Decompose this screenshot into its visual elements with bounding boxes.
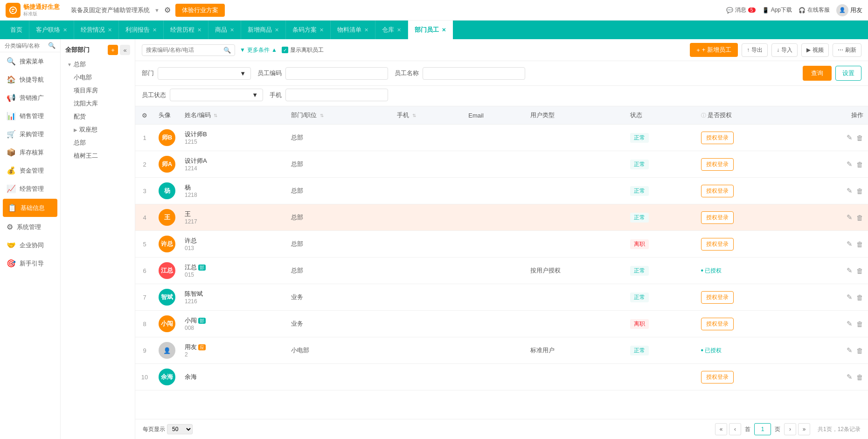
tab-history[interactable]: 经营历程 ✕ bbox=[164, 21, 208, 39]
delete-icon[interactable]: 🗑 bbox=[856, 267, 863, 275]
tab-customer[interactable]: 客户联络 ✕ bbox=[29, 21, 74, 39]
set-button[interactable]: 设置 bbox=[835, 66, 861, 81]
tab-goods[interactable]: 商品 ✕ bbox=[208, 21, 241, 39]
phone-input[interactable] bbox=[285, 89, 388, 101]
query-button[interactable]: 查询 bbox=[803, 66, 832, 81]
delete-icon[interactable]: 🗑 bbox=[856, 293, 863, 301]
tab-bom[interactable]: 物料清单 ✕ bbox=[331, 21, 375, 39]
dept-node-proj-store[interactable]: 项目库房 bbox=[67, 84, 135, 97]
first-page-btn[interactable]: « bbox=[715, 423, 727, 435]
tab-home[interactable]: 首页 bbox=[4, 21, 29, 39]
edit-icon[interactable]: ✎ bbox=[847, 266, 853, 275]
edit-icon[interactable]: ✎ bbox=[847, 133, 853, 142]
tab-barcode[interactable]: 条码方案 ✕ bbox=[286, 21, 331, 39]
last-page-btn[interactable]: » bbox=[798, 423, 810, 435]
col-dept[interactable]: 部门/职位 ⇅ bbox=[286, 106, 393, 125]
auth-button[interactable]: 授权登录 bbox=[701, 318, 734, 330]
tab-barcode-close[interactable]: ✕ bbox=[319, 27, 324, 33]
page-size-select[interactable]: 50 100 200 bbox=[167, 424, 193, 434]
tab-new-goods-close[interactable]: ✕ bbox=[275, 27, 279, 33]
dept-node-delivery[interactable]: 配货 bbox=[67, 110, 135, 123]
auth-button[interactable]: 授权登录 bbox=[701, 211, 734, 224]
prev-page-btn[interactable]: ‹ bbox=[729, 423, 741, 435]
sidebar-search-icon[interactable]: 🔍 bbox=[48, 42, 56, 49]
delete-icon[interactable]: 🗑 bbox=[856, 320, 863, 328]
tab-bom-close[interactable]: ✕ bbox=[364, 27, 368, 33]
sidebar-search-input[interactable] bbox=[5, 42, 45, 49]
resigned-checkbox[interactable]: ✓ bbox=[282, 47, 288, 53]
sidebar-item-ops[interactable]: 📈 经营管理 bbox=[0, 180, 60, 198]
delete-icon[interactable]: 🗑 bbox=[856, 134, 863, 142]
sidebar-item-collab[interactable]: 🤝 企业协同 bbox=[0, 236, 60, 254]
sidebar-item-purchase[interactable]: 🛒 采购管理 bbox=[0, 125, 60, 143]
delete-icon[interactable]: 🗑 bbox=[856, 214, 863, 222]
sidebar-item-system[interactable]: ⚙ 系统管理 bbox=[0, 218, 60, 236]
sidebar-item-sales[interactable]: 📊 销售管理 bbox=[0, 107, 60, 125]
sidebar-item-search[interactable]: 🔍 搜索菜单 bbox=[0, 52, 60, 70]
dept-add-icon[interactable]: + bbox=[108, 45, 118, 55]
next-page-btn[interactable]: › bbox=[784, 423, 796, 435]
dept-node-hq[interactable]: 总部 bbox=[67, 136, 135, 149]
auth-button[interactable]: 授权登录 bbox=[701, 371, 734, 383]
dept-node-shuangzuo[interactable]: ▶ 双座想 bbox=[67, 123, 135, 136]
tab-warehouse[interactable]: 仓库 ✕ bbox=[375, 21, 408, 39]
tab-new-goods[interactable]: 新增商品 ✕ bbox=[241, 21, 286, 39]
delete-icon[interactable]: 🗑 bbox=[856, 347, 863, 355]
edit-icon[interactable]: ✎ bbox=[847, 160, 853, 168]
auth-button[interactable]: 授权登录 bbox=[701, 185, 734, 197]
dept-filter-select[interactable]: ▼ bbox=[158, 67, 251, 80]
user-area[interactable]: 👤 用友 bbox=[836, 4, 862, 16]
more-button[interactable]: ⋯ 刷新 bbox=[833, 43, 861, 57]
delete-icon[interactable]: 🗑 bbox=[856, 187, 863, 195]
import-button[interactable]: ↓ 导入 bbox=[771, 43, 798, 57]
edit-icon[interactable]: ✎ bbox=[847, 293, 853, 301]
message-btn[interactable]: 💬 消息 5 bbox=[726, 6, 756, 14]
col-name[interactable]: 姓名/编码 ⇅ bbox=[180, 106, 286, 125]
tab-goods-close[interactable]: ✕ bbox=[230, 27, 234, 33]
dept-node-headquarter-root[interactable]: ▼ 总部 bbox=[61, 58, 135, 71]
col-settings[interactable]: ⚙ bbox=[135, 106, 154, 125]
page-input[interactable] bbox=[754, 423, 771, 435]
online-service-btn[interactable]: 🎧 在线客服 bbox=[799, 6, 830, 14]
auth-button[interactable]: 授权登录 bbox=[701, 238, 734, 251]
sidebar-item-marketing[interactable]: 📢 营销推广 bbox=[0, 89, 60, 107]
tab-warehouse-close[interactable]: ✕ bbox=[397, 27, 401, 33]
dept-collapse-icon[interactable]: « bbox=[120, 45, 130, 55]
tab-customer-close[interactable]: ✕ bbox=[63, 27, 67, 33]
tab-dept-close[interactable]: ✕ bbox=[442, 27, 446, 33]
tab-profit-close[interactable]: ✕ bbox=[153, 27, 157, 33]
edit-icon[interactable]: ✎ bbox=[847, 346, 853, 355]
sidebar-item-finance[interactable]: 💰 资金管理 bbox=[0, 161, 60, 180]
add-employee-button[interactable]: + + 新增员工 bbox=[690, 43, 738, 57]
emp-code-input[interactable] bbox=[285, 67, 388, 80]
delete-icon[interactable]: 🗑 bbox=[856, 240, 863, 248]
delete-icon[interactable]: 🗑 bbox=[856, 373, 863, 381]
tab-business[interactable]: 经营情况 ✕ bbox=[74, 21, 119, 39]
dept-node-small-elec[interactable]: 小电部 bbox=[67, 71, 135, 84]
edit-icon[interactable]: ✎ bbox=[847, 187, 853, 195]
sidebar-item-guide[interactable]: 🎯 新手引导 bbox=[0, 254, 60, 272]
employee-search-input[interactable] bbox=[146, 47, 221, 53]
sidebar-item-inventory[interactable]: 📦 库存核算 bbox=[0, 143, 60, 161]
auth-button[interactable]: 授权登录 bbox=[701, 158, 734, 171]
edit-icon[interactable]: ✎ bbox=[847, 213, 853, 222]
auth-button[interactable]: 授权登录 bbox=[701, 132, 734, 144]
show-resigned-toggle[interactable]: ✓ 显示离职员工 bbox=[282, 46, 324, 54]
tab-profit[interactable]: 利润报告 ✕ bbox=[119, 21, 164, 39]
dept-node-shenyang[interactable]: 沈阳大库 bbox=[67, 97, 135, 110]
col-phone[interactable]: 手机 ⇅ bbox=[392, 106, 464, 125]
sidebar-item-basic[interactable]: 📋 基础信息 bbox=[3, 199, 57, 217]
app-download-btn[interactable]: 📱 App下载 bbox=[762, 6, 792, 14]
sidebar-item-quicknav[interactable]: 🏠 快捷导航 bbox=[0, 70, 60, 89]
export-button[interactable]: ↑ 导出 bbox=[742, 43, 768, 57]
trial-button[interactable]: 体验行业方案 bbox=[175, 4, 225, 17]
gear-button[interactable]: ⚙ bbox=[164, 6, 171, 14]
tab-history-close[interactable]: ✕ bbox=[197, 27, 201, 33]
auth-button[interactable]: 授权登录 bbox=[701, 291, 734, 304]
video-button[interactable]: ▶ 视频 bbox=[801, 43, 829, 57]
tab-business-close[interactable]: ✕ bbox=[108, 27, 112, 33]
dept-node-zhishu[interactable]: 植树王二 bbox=[67, 149, 135, 162]
delete-icon[interactable]: 🗑 bbox=[856, 160, 863, 168]
emp-name-input[interactable] bbox=[423, 67, 525, 80]
edit-icon[interactable]: ✎ bbox=[847, 373, 853, 381]
